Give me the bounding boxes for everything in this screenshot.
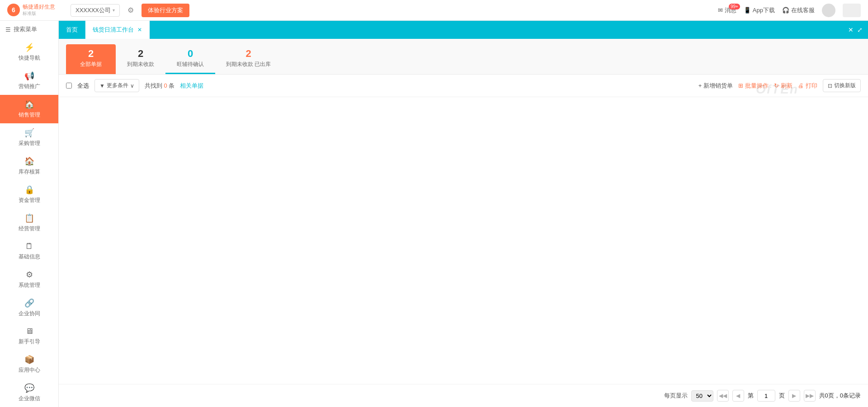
sidebar-item-app-center[interactable]: 📦 应用中心 bbox=[0, 350, 58, 379]
nav-tab-actions: ✕ ⤢ bbox=[848, 26, 868, 33]
settings-button[interactable]: ⚙ bbox=[123, 3, 138, 18]
tab-all-count: 2 bbox=[88, 48, 94, 60]
next-page-button[interactable]: ▶ bbox=[788, 390, 800, 402]
guide-icon: 🖥 bbox=[25, 327, 33, 336]
per-page-select[interactable]: 50 bbox=[691, 390, 713, 402]
logo-name: 畅捷通好生意 bbox=[23, 4, 55, 10]
basic-icon: 🗒 bbox=[25, 242, 33, 251]
app-center-icon: 📦 bbox=[24, 355, 34, 365]
sales-icon: 🏠 bbox=[24, 99, 34, 109]
tab-home-label: 首页 bbox=[66, 26, 78, 34]
prev-page-button[interactable]: ◀ bbox=[732, 390, 744, 402]
app-download-button[interactable]: 📱 App下载 bbox=[744, 6, 775, 14]
sidebar-item-enterprise[interactable]: 🔗 企业协同 bbox=[0, 294, 58, 322]
toolbar: 全选 ▼ 更多条件 ∨ 共找到 0 条 相关单据 + 新增销货单 ⊞ 批量操作 bbox=[59, 75, 868, 97]
sidebar-item-search[interactable]: ☰ 搜索菜单 bbox=[0, 21, 58, 38]
first-page-button[interactable]: ◀◀ bbox=[717, 390, 729, 402]
tab-workbench-label: 钱货日清工作台 bbox=[93, 26, 134, 34]
company-selector[interactable]: XXXXXX公司 ▾ bbox=[71, 4, 120, 17]
tab-overdue-count: 2 bbox=[138, 48, 143, 60]
status-tab-overdue-out[interactable]: 2 到期未收款 已出库 bbox=[215, 44, 282, 74]
logo-sub: 标准版 bbox=[23, 10, 55, 17]
filter-chevron: ∨ bbox=[130, 83, 134, 89]
last-page-button[interactable]: ▶▶ bbox=[804, 390, 816, 402]
toolbar-right: + 新增销货单 ⊞ 批量操作 ↻ 刷新 🖨 打印 ⊡ 切换新版 bbox=[698, 79, 861, 92]
maximize-icon[interactable]: ⤢ bbox=[857, 26, 863, 33]
chevron-down-icon: ▾ bbox=[113, 8, 115, 13]
sidebar-item-inventory[interactable]: 🏠 库存核算 bbox=[0, 152, 58, 180]
related-docs-link[interactable]: 相关单据 bbox=[180, 82, 203, 90]
tab-all-label: 全部单据 bbox=[80, 61, 102, 68]
online-service-button[interactable]: 🎧 在线客服 bbox=[782, 6, 815, 14]
total-info: 共0页，0条记录 bbox=[819, 392, 861, 400]
sidebar-item-purchase[interactable]: 🛒 采购管理 bbox=[0, 123, 58, 152]
per-page-label: 每页显示 bbox=[664, 392, 688, 400]
minimize-icon[interactable]: ✕ bbox=[848, 26, 854, 33]
headset-icon: 🎧 bbox=[782, 7, 789, 14]
print-icon: 🖨 bbox=[798, 82, 804, 89]
pagination: 每页显示 50 ◀◀ ◀ 第 页 ▶ ▶▶ 共0页，0条记录 bbox=[59, 384, 868, 407]
status-tabs: 2 全部单据 2 到期未收款 0 旺辅待确认 2 到期未收款 已出库 bbox=[59, 39, 868, 75]
tab-workbench[interactable]: 钱货日清工作台 ✕ bbox=[85, 21, 150, 39]
batch-operation-button[interactable]: ⊞ 批量操作 bbox=[738, 82, 769, 90]
sidebar: ☰ 搜索菜单 ⚡ 快捷导航 📢 营销推广 🏠 销售管理 🛒 采购管理 🏠 库存核… bbox=[0, 0, 59, 407]
tab-home[interactable]: 首页 bbox=[59, 21, 85, 39]
refresh-button[interactable]: ↻ 刷新 bbox=[774, 82, 793, 90]
tab-overdue-label: 到期未收款 bbox=[127, 61, 154, 68]
switch-version-button[interactable]: ⊡ 切换新版 bbox=[823, 79, 861, 92]
nav-tabs: 首页 钱货日清工作台 ✕ ✕ ⤢ bbox=[59, 21, 868, 39]
status-tab-all[interactable]: 2 全部单据 bbox=[66, 44, 116, 74]
main-content: 2 全部单据 2 到期未收款 0 旺辅待确认 2 到期未收款 已出库 全选 ▼ … bbox=[59, 39, 868, 407]
online-service-label: 在线客服 bbox=[791, 6, 815, 14]
purchase-icon: 🛒 bbox=[24, 128, 34, 138]
select-all-label: 全选 bbox=[77, 82, 89, 90]
add-sales-order-button[interactable]: + 新增销货单 bbox=[698, 82, 733, 90]
content-area: 2 全部单据 2 到期未收款 0 旺辅待确认 2 到期未收款 已出库 全选 ▼ … bbox=[59, 39, 868, 407]
top-right-area: ✉ 消息 99+ 📱 App下载 🎧 在线客服 bbox=[718, 4, 861, 17]
logo-icon: 6 bbox=[7, 4, 20, 16]
finance-icon: 🔒 bbox=[24, 185, 34, 195]
close-tab-icon[interactable]: ✕ bbox=[137, 27, 142, 33]
switch-icon: ⊡ bbox=[828, 83, 832, 89]
sidebar-item-finance[interactable]: 🔒 资金管理 bbox=[0, 180, 58, 209]
sidebar-item-marketing[interactable]: 📢 营销推广 bbox=[0, 66, 58, 95]
sidebar-item-weixin[interactable]: 💬 企业微信 bbox=[0, 379, 58, 407]
weixin-icon: 💬 bbox=[24, 383, 34, 393]
search-icon: ☰ bbox=[5, 26, 11, 33]
operation-icon: 📋 bbox=[24, 213, 34, 223]
tab-pending-count: 0 bbox=[188, 48, 193, 60]
top-bar: 6 畅捷通好生意 标准版 XXXXXX公司 ▾ ⚙ 体验行业方案 ✉ 消息 99… bbox=[0, 0, 868, 21]
trial-button[interactable]: 体验行业方案 bbox=[142, 4, 189, 17]
print-button[interactable]: 🖨 打印 bbox=[798, 82, 817, 90]
found-text: 共找到 0 条 bbox=[145, 82, 175, 90]
refresh-icon: ↻ bbox=[774, 82, 779, 89]
sidebar-item-sales[interactable]: 🏠 销售管理 bbox=[0, 95, 58, 123]
status-tab-pending[interactable]: 0 旺辅待确认 bbox=[165, 44, 215, 74]
sidebar-item-operation[interactable]: 📋 经营管理 bbox=[0, 209, 58, 237]
quick-nav-icon: ⚡ bbox=[24, 42, 34, 52]
tab-pending-label: 旺辅待确认 bbox=[177, 61, 204, 68]
enterprise-icon: 🔗 bbox=[24, 298, 34, 308]
select-all-checkbox[interactable] bbox=[66, 83, 72, 89]
sidebar-item-quick-nav[interactable]: ⚡ 快捷导航 bbox=[0, 38, 58, 66]
sidebar-item-system[interactable]: ⚙ 系统管理 bbox=[0, 265, 58, 294]
message-button[interactable]: ✉ 消息 99+ bbox=[718, 6, 736, 14]
page-label: 第 bbox=[748, 392, 754, 400]
message-icon: ✉ bbox=[718, 7, 723, 14]
filter-button[interactable]: ▼ 更多条件 ∨ bbox=[94, 79, 139, 92]
avatar[interactable] bbox=[822, 4, 835, 17]
logo-area: 6 畅捷通好生意 标准版 bbox=[7, 4, 66, 16]
message-badge: 99+ bbox=[729, 4, 740, 9]
page-number-input[interactable] bbox=[757, 390, 775, 402]
sidebar-item-guide[interactable]: 🖥 新手引导 bbox=[0, 322, 58, 350]
page-suffix: 页 bbox=[779, 392, 785, 400]
batch-icon: ⊞ bbox=[738, 82, 743, 89]
app-label: App下载 bbox=[753, 6, 775, 14]
tab-overdue-out-label: 到期未收款 已出库 bbox=[226, 61, 271, 68]
company-name: XXXXXX公司 bbox=[75, 6, 111, 14]
user-menu[interactable] bbox=[843, 4, 861, 17]
status-tab-overdue[interactable]: 2 到期未收款 bbox=[116, 44, 165, 74]
sidebar-item-basic[interactable]: 🗒 基础信息 bbox=[0, 237, 58, 265]
system-icon: ⚙ bbox=[26, 270, 33, 280]
found-count: 0 bbox=[164, 82, 167, 89]
